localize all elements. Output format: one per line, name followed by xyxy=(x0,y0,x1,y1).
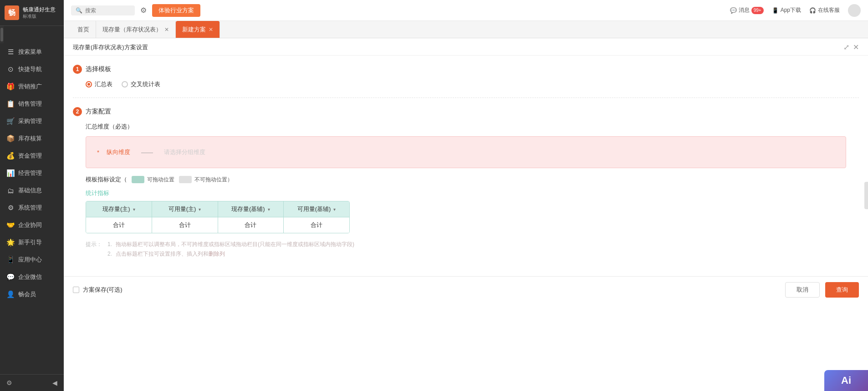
trial-button[interactable]: 体验行业方案 xyxy=(152,4,200,17)
step1-number: 1 xyxy=(73,65,82,74)
cancel-button[interactable]: 取消 xyxy=(785,282,820,298)
tabs-bar: 首页 现存量（库存状况表） ✕ 新建方案 ✕ xyxy=(64,21,868,38)
sidebar-item-corp[interactable]: 🤝 企业协同 xyxy=(0,216,64,234)
sidebar-item-basic-info[interactable]: 🗂 基础信息 xyxy=(0,182,64,199)
sidebar-item-sales[interactable]: 📋 销售管理 xyxy=(0,95,64,113)
marketing-icon: 🎁 xyxy=(6,82,15,91)
stats-col-1: 可用量(主) ▾ 合计 xyxy=(152,201,218,233)
step2-section: 2 方案配置 汇总维度（必选） * 纵向维度 —— 请选择分组维度 xyxy=(73,107,859,258)
topbar-search-box[interactable]: 🔍 xyxy=(71,5,135,15)
sidebar-collapse-icon[interactable]: ◀ xyxy=(52,379,57,386)
quick-nav-icon: ⊙ xyxy=(6,65,15,73)
tab-new-plan-close[interactable]: ✕ xyxy=(209,26,213,33)
tip-1: 提示： 1. 拖动标题栏可以调整布局，不可跨维度或指标区域拖动栏目(只能在同一维… xyxy=(86,241,846,248)
topbar: 🔍 ⚙ 体验行业方案 💬 消息 99+ 📱 App下载 🎧 在线客服 xyxy=(64,0,868,21)
query-button[interactable]: 查询 xyxy=(825,282,859,298)
sidebar-item-marketing[interactable]: 🎁 营销推广 xyxy=(0,78,64,95)
step1-title: 1 选择模板 xyxy=(73,65,859,74)
movable-legend-box xyxy=(132,176,144,183)
sidebar-item-app-center[interactable]: 📱 应用中心 xyxy=(0,251,64,268)
save-option: 方案保存(可选) xyxy=(73,286,123,294)
chevron-down-icon-1[interactable]: ▾ xyxy=(199,207,201,212)
sidebar-item-finance[interactable]: 💰 资金管理 xyxy=(0,147,64,165)
topbar-right: 💬 消息 99+ 📱 App下载 🎧 在线客服 xyxy=(730,4,861,17)
online-support-button[interactable]: 🎧 在线客服 xyxy=(809,6,840,14)
dimension-divider: —— xyxy=(141,149,153,156)
corp-icon: 🤝 xyxy=(6,221,15,229)
page-title: 现存量(库存状况表)方案设置 xyxy=(73,43,148,51)
ai-badge[interactable]: Ai xyxy=(824,370,868,391)
sidebar-item-system[interactable]: ⚙ 系统管理 xyxy=(0,199,64,216)
operations-icon: 📊 xyxy=(6,169,15,177)
basic-info-icon: 🗂 xyxy=(6,187,15,195)
chevron-down-icon-0[interactable]: ▾ xyxy=(133,207,135,212)
newbie-icon: 🌟 xyxy=(6,238,15,247)
sidebar-nav: ☰ 搜索菜单 ⊙ 快捷导航 🎁 营销推广 📋 销售管理 🛒 采购管理 📦 库存核… xyxy=(0,43,64,374)
chevron-down-icon-2[interactable]: ▾ xyxy=(268,207,270,212)
fixed-legend-box xyxy=(179,176,192,183)
message-button[interactable]: 💬 消息 99+ xyxy=(730,6,764,14)
step1-section: 1 选择模板 汇总表 交叉统计表 xyxy=(73,65,859,88)
movable-legend: 可拖动位置 xyxy=(132,176,174,184)
step2-number: 2 xyxy=(73,107,82,116)
stats-col-3-header[interactable]: 可用量(基辅) ▾ xyxy=(284,201,349,217)
sales-icon: 📋 xyxy=(6,100,15,108)
summary-dimension-label: 汇总维度（必选） xyxy=(86,123,859,131)
expand-icon[interactable]: ⤢ xyxy=(843,43,849,51)
user-avatar[interactable] xyxy=(848,4,861,17)
stats-col-1-header[interactable]: 可用量(主) ▾ xyxy=(152,201,218,217)
step2-label: 方案配置 xyxy=(86,108,111,116)
sidebar-item-newbie[interactable]: 🌟 新手引导 xyxy=(0,234,64,251)
stats-col-0-header[interactable]: 现存量(主) ▾ xyxy=(86,201,152,217)
sidebar-item-operations[interactable]: 📊 经营管理 xyxy=(0,165,64,182)
sidebar-item-wechat-corp[interactable]: 💬 企业微信 xyxy=(0,268,64,286)
app-download-icon: 📱 xyxy=(772,7,779,14)
radio-summary[interactable]: 汇总表 xyxy=(86,80,112,88)
sidebar-item-inventory[interactable]: 📦 库存核算 xyxy=(0,130,64,147)
membership-icon: 👤 xyxy=(6,290,15,298)
tab-inventory-close[interactable]: ✕ xyxy=(164,26,169,33)
inventory-icon: 📦 xyxy=(6,134,15,143)
radio-cross-circle xyxy=(122,81,128,87)
tab-inventory[interactable]: 现存量（库存状况表） ✕ xyxy=(96,21,176,38)
step1-label: 选择模板 xyxy=(86,65,111,73)
finance-icon: 💰 xyxy=(6,152,15,160)
divider1 xyxy=(73,98,859,98)
required-mark: * xyxy=(97,149,99,156)
app-download-button[interactable]: 📱 App下载 xyxy=(772,6,801,14)
search-menu-icon: ☰ xyxy=(6,48,15,56)
chevron-down-icon-3[interactable]: ▾ xyxy=(333,207,336,212)
dimension-config-area[interactable]: * 纵向维度 —— 请选择分组维度 xyxy=(86,136,846,168)
tab-new-plan[interactable]: 新建方案 ✕ xyxy=(176,21,220,38)
stats-col-2-body: 合计 xyxy=(218,217,284,233)
purchase-icon: 🛒 xyxy=(6,117,15,125)
save-label: 方案保存(可选) xyxy=(83,286,123,294)
stats-col-2-header[interactable]: 现存量(基辅) ▾ xyxy=(218,201,284,217)
topbar-settings-icon[interactable]: ⚙ xyxy=(140,6,147,15)
tips-section: 提示： 1. 拖动标题栏可以调整布局，不可跨维度或指标区域拖动栏目(只能在同一维… xyxy=(86,241,846,258)
footer-buttons: 取消 查询 xyxy=(785,282,859,298)
main-panel: 🔍 ⚙ 体验行业方案 💬 消息 99+ 📱 App下载 🎧 在线客服 xyxy=(64,0,868,391)
dimension-placeholder: 请选择分组维度 xyxy=(164,148,205,156)
radio-cross[interactable]: 交叉统计表 xyxy=(122,80,160,88)
sidebar-item-purchase[interactable]: 🛒 采购管理 xyxy=(0,113,64,130)
right-scroll-indicator xyxy=(864,182,868,209)
tab-home[interactable]: 首页 xyxy=(71,21,96,38)
step2-title: 2 方案配置 xyxy=(73,107,859,116)
sidebar-footer: ⚙ ◀ xyxy=(0,374,64,391)
dimension-field-label: 纵向维度 xyxy=(107,148,130,156)
sidebar-item-search-menu[interactable]: ☰ 搜索菜单 xyxy=(0,43,64,61)
close-icon[interactable]: ✕ xyxy=(853,43,859,51)
dimension-row: * 纵向维度 —— 请选择分组维度 xyxy=(97,148,205,156)
stats-table-header: 现存量(主) ▾ 合计 可用量(主) ▾ 合计 xyxy=(86,201,349,233)
fixed-legend: 不可拖动位置） xyxy=(179,176,233,184)
search-input[interactable] xyxy=(85,7,130,14)
template-indicators-label: 模板指标设定（ 可拖动位置 不可拖动位置） xyxy=(86,175,846,184)
sidebar-item-quick-nav[interactable]: ⊙ 快捷导航 xyxy=(0,61,64,78)
config-body: 1 选择模板 汇总表 交叉统计表 xyxy=(64,56,868,276)
sidebar-item-membership[interactable]: 👤 畅会员 xyxy=(0,286,64,303)
save-checkbox[interactable] xyxy=(73,287,79,293)
footer-bar: 方案保存(可选) 取消 查询 xyxy=(64,276,868,303)
sidebar-settings-icon[interactable]: ⚙ xyxy=(6,379,12,386)
sidebar-scrollbar[interactable] xyxy=(0,26,4,43)
